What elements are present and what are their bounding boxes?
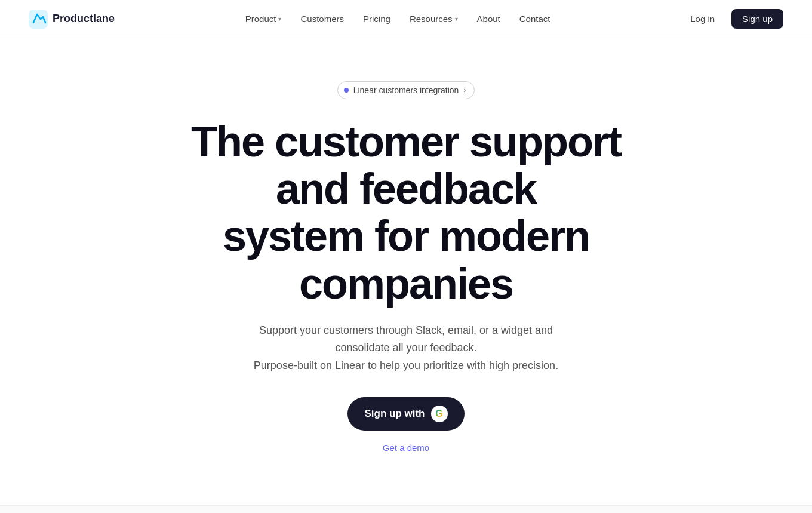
badge-text: Linear customers integration: [353, 85, 459, 95]
nav-pricing[interactable]: Pricing: [356, 10, 398, 27]
nav-links: Product ▾ Customers Pricing Resources ▾ …: [238, 10, 558, 27]
chevron-down-icon: ▾: [455, 16, 458, 22]
nav-contact[interactable]: Contact: [512, 10, 558, 27]
nav-customers[interactable]: Customers: [293, 10, 351, 27]
login-button[interactable]: Log in: [681, 9, 724, 29]
nav-product[interactable]: Product ▾: [238, 10, 289, 27]
logo-icon: [29, 10, 48, 29]
navbar: Productlane Product ▾ Customers Pricing …: [0, 0, 812, 38]
integration-badge[interactable]: Linear customers integration ›: [337, 81, 475, 99]
get-demo-link[interactable]: Get a demo: [383, 443, 429, 453]
chevron-right-icon: ›: [463, 86, 466, 94]
svg-rect-0: [29, 10, 48, 29]
chevron-down-icon: ▾: [278, 16, 281, 22]
cta-signup-button[interactable]: Sign up with G: [347, 397, 464, 431]
nav-resources[interactable]: Resources ▾: [402, 10, 465, 27]
logo-text: Productlane: [53, 13, 115, 25]
signup-button[interactable]: Sign up: [731, 9, 783, 29]
badge-dot: [344, 88, 349, 93]
nav-actions: Log in Sign up: [681, 9, 783, 29]
logo[interactable]: Productlane: [29, 10, 115, 29]
hero-section: Linear customers integration › The custo…: [0, 38, 812, 481]
feature-tabs: ✦ Slack connect inbox ✉ Shared email ▦ P…: [0, 505, 812, 513]
hero-subtitle: Support your customers through Slack, em…: [239, 322, 573, 376]
nav-about[interactable]: About: [470, 10, 508, 27]
hero-title: The customer support and feedback system…: [149, 118, 663, 308]
google-logo-icon: G: [431, 406, 448, 422]
cta-text: Sign up with: [364, 408, 425, 420]
